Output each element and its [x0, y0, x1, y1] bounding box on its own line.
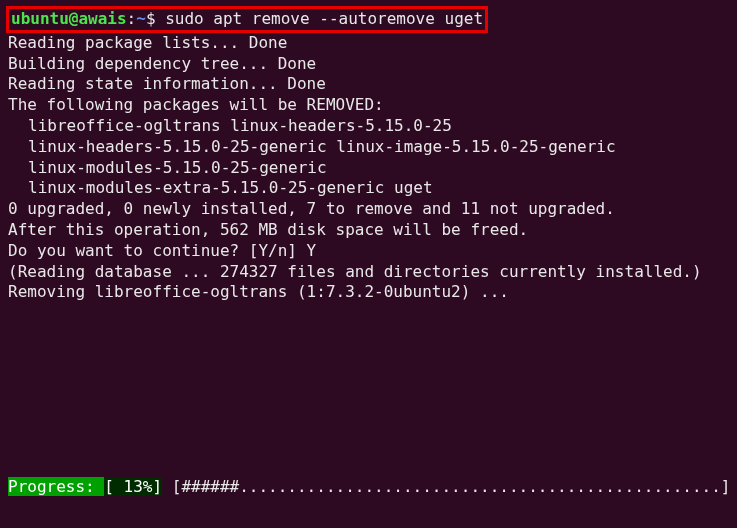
package-line: linux-modules-extra-5.15.0-25-generic ug… — [8, 178, 729, 199]
shell-prompt: ubuntu@awais:~$ sudo apt remove --autore… — [11, 9, 483, 28]
progress-bracket-open: [ — [162, 477, 181, 496]
summary-line: (Reading database ... 274327 files and d… — [8, 262, 729, 283]
summary-line: Removing libreoffice-ogltrans (1:7.3.2-0… — [8, 282, 729, 303]
progress-fill: ###### — [181, 477, 239, 496]
continue-prompt[interactable]: Do you want to continue? [Y/n] Y — [8, 241, 729, 262]
progress-percent: [ 13%] — [104, 477, 162, 496]
prompt-colon: : — [127, 9, 137, 28]
progress-bar: Progress: [ 13%] [######................… — [8, 477, 729, 498]
progress-empty: ........................................… — [239, 477, 721, 496]
summary-line: 0 upgraded, 0 newly installed, 7 to remo… — [8, 199, 729, 220]
summary-line: After this operation, 562 MB disk space … — [8, 220, 729, 241]
package-line: libreoffice-ogltrans linux-headers-5.15.… — [8, 116, 729, 137]
output-line: Reading state information... Done — [8, 74, 729, 95]
output-line: Reading package lists... Done — [8, 33, 729, 54]
package-line: linux-modules-5.15.0-25-generic — [8, 158, 729, 179]
command-input[interactable]: sudo apt remove --autoremove uget — [165, 9, 483, 28]
prompt-user-host: ubuntu@awais — [11, 9, 127, 28]
command-line-highlighted: ubuntu@awais:~$ sudo apt remove --autore… — [6, 6, 488, 33]
prompt-dollar: $ — [146, 9, 165, 28]
output-line: The following packages will be REMOVED: — [8, 95, 729, 116]
package-line: linux-headers-5.15.0-25-generic linux-im… — [8, 137, 729, 158]
terminal-window: ubuntu@awais:~$ sudo apt remove --autore… — [8, 6, 729, 303]
output-line: Building dependency tree... Done — [8, 54, 729, 75]
progress-bracket-close: ] — [721, 477, 737, 496]
progress-label: Progress: — [8, 477, 104, 496]
prompt-path: ~ — [136, 9, 146, 28]
